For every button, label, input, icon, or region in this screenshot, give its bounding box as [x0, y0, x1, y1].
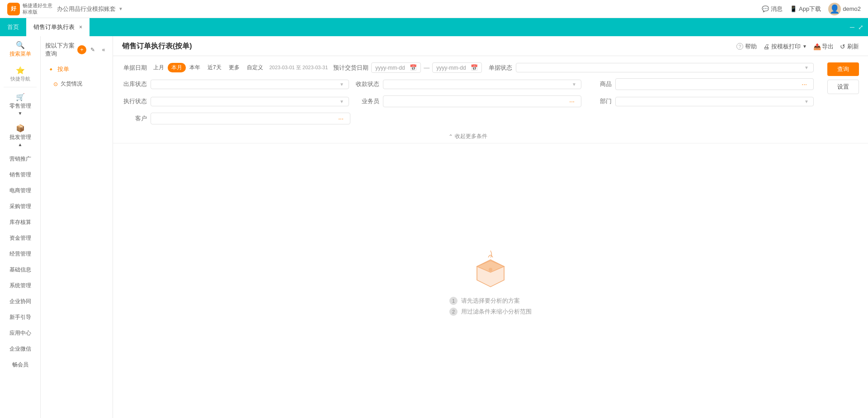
left-panel: 按以下方案查询 + ✎ « 🔸 按单 ⊙ 欠货情况: [41, 36, 113, 418]
message-button[interactable]: 💬 消息: [762, 5, 783, 13]
calendar-end-icon: 📅: [471, 64, 478, 71]
retail-icon: 🛒: [16, 93, 25, 101]
customer-dots-icon[interactable]: ···: [336, 115, 345, 122]
status-arrow-icon: ▼: [804, 65, 809, 70]
goods-col: 商品 ···: [587, 78, 814, 90]
goods-dots-icon[interactable]: ···: [800, 81, 809, 88]
export-button[interactable]: 📤 导出: [813, 43, 834, 51]
department-select[interactable]: ▼: [615, 97, 814, 106]
payment-status-select[interactable]: ▼: [383, 80, 581, 89]
tab-actions: ─ ⤢: [845, 18, 868, 36]
date-tab-this-month[interactable]: 本月: [168, 63, 186, 72]
exec-status-col: 执行状态 ▼: [122, 97, 349, 106]
sub-item-owe-goods[interactable]: ⊙ 欠货情况: [41, 77, 113, 91]
date-label: 单据日期: [122, 64, 147, 72]
expected-date-start[interactable]: yyyy-mm-dd 📅: [371, 62, 421, 73]
status-select[interactable]: ▼: [516, 63, 814, 72]
left-panel-header: 按以下方案查询 + ✎ «: [41, 36, 113, 62]
scheme-item-press[interactable]: 🔸 按单: [41, 62, 113, 77]
customer-select[interactable]: ···: [151, 113, 350, 124]
page-actions: ? 帮助 🖨 按模板打印 ▼ 📤 导出 ↺ 刷新: [736, 43, 859, 51]
tab-bar: 首页 销售订单执行表 × ─ ⤢: [0, 18, 868, 36]
empty-state: 1 请先选择要分析的方案 2 用过滤条件来缩小分析范围: [113, 143, 868, 418]
collapse-button[interactable]: ⌃ 收起更多条件: [122, 130, 814, 143]
user-menu-button[interactable]: 👤 demo2: [828, 3, 861, 15]
date-tab-custom[interactable]: 自定义: [243, 63, 267, 72]
top-bar-right: 💬 消息 📱 App下载 👤 demo2: [762, 3, 861, 15]
settings-button[interactable]: 设置: [827, 80, 859, 94]
tip-1-num: 1: [449, 297, 458, 305]
delivery-status-col: 出库状态 ▼: [122, 80, 349, 89]
sidebar: 🔍 搜索菜单 ⭐ 快捷导航 🛒 零售管理 ▼ 📦 批发管理 ▲ 营销推广 销售管…: [0, 36, 41, 418]
query-button[interactable]: 查询: [827, 62, 859, 76]
sidebar-item-enterprise[interactable]: 企业协同: [0, 293, 40, 309]
exec-status-label: 执行状态: [122, 97, 147, 105]
salesperson-dots-icon[interactable]: ···: [567, 98, 576, 105]
filter-row-4: 客户 ···: [122, 113, 814, 124]
collapse-panel-button[interactable]: «: [99, 45, 108, 54]
search-icon: 🔍: [16, 41, 25, 49]
sidebar-item-finance[interactable]: 资金管理: [0, 230, 40, 246]
sidebar-item-purchase[interactable]: 采购管理: [0, 198, 40, 214]
empty-tip-1: 1 请先选择要分析的方案: [449, 297, 532, 305]
top-bar: 好 畅捷通好生意 标准版 办公用品行业模拟账套 ▼ 💬 消息 📱 App下载 👤…: [0, 0, 868, 18]
sidebar-search[interactable]: 🔍 搜索菜单: [0, 36, 40, 62]
app-download-button[interactable]: 📱 App下载: [790, 5, 821, 13]
sidebar-item-retail[interactable]: 🛒 零售管理 ▼: [0, 88, 40, 119]
retail-arrow: ▼: [18, 111, 23, 116]
breadcrumb-dropdown-icon[interactable]: ▼: [118, 6, 123, 11]
breadcrumb[interactable]: 办公用品行业模拟账套 ▼: [57, 5, 123, 13]
sidebar-quick-nav[interactable]: ⭐ 快捷导航: [0, 62, 40, 86]
sidebar-item-basic[interactable]: 基础信息: [0, 261, 40, 277]
tab-maximize-icon[interactable]: ⤢: [858, 24, 863, 31]
tab-close-icon[interactable]: ×: [79, 24, 82, 30]
delivery-status-select[interactable]: ▼: [151, 80, 349, 89]
date-tab-last-month[interactable]: 上月: [150, 63, 168, 72]
sidebar-item-marketing[interactable]: 营销推广: [0, 151, 40, 166]
empty-tip-2: 2 用过滤条件来缩小分析范围: [449, 308, 532, 316]
filter-and-buttons: 单据日期 上月 本月 本年 近7天 更多 自定义 2023-03-01 至 20…: [113, 56, 868, 143]
wholesale-arrow: ▲: [18, 142, 23, 147]
date-tab-last-7[interactable]: 近7天: [204, 63, 225, 72]
empty-illustration: [468, 246, 513, 291]
goods-select[interactable]: ···: [615, 78, 814, 90]
date-tabs: 上月 本月 本年 近7天 更多 自定义: [150, 63, 267, 72]
payment-status-label: 收款状态: [354, 80, 379, 88]
date-tab-more[interactable]: 更多: [225, 63, 243, 72]
download-icon: 📱: [790, 5, 797, 12]
sidebar-item-ecommerce[interactable]: 电商管理: [0, 182, 40, 198]
page-title: 销售订单执行表(按单): [122, 42, 192, 51]
delivery-status-label: 出库状态: [122, 80, 147, 88]
exec-status-select[interactable]: ▼: [151, 97, 349, 106]
sidebar-item-newuser[interactable]: 新手引导: [0, 309, 40, 325]
collapse-up-icon: ⌃: [448, 133, 453, 140]
print-button[interactable]: 🖨 按模板打印 ▼: [763, 43, 807, 51]
sidebar-item-operations[interactable]: 经营管理: [0, 246, 40, 261]
salesperson-select[interactable]: ···: [383, 95, 581, 107]
sidebar-item-wholesale[interactable]: 📦 批发管理 ▲: [0, 119, 40, 151]
sidebar-item-sales[interactable]: 销售管理: [0, 166, 40, 182]
expected-date-end[interactable]: yyyy-mm-dd 📅: [432, 62, 482, 73]
customer-col: 客户 ···: [122, 113, 350, 124]
refresh-button[interactable]: ↺ 刷新: [840, 43, 859, 51]
tab-minimize-icon[interactable]: ─: [850, 24, 854, 31]
status-filter-group: 单据状态 ▼: [487, 63, 814, 72]
date-tab-this-year[interactable]: 本年: [186, 63, 204, 72]
tab-sales-order[interactable]: 销售订单执行表 ×: [26, 18, 90, 36]
customer-label: 客户: [122, 114, 147, 123]
add-scheme-button[interactable]: +: [77, 45, 86, 54]
sidebar-item-member[interactable]: 畅会员: [0, 356, 40, 372]
tab-home[interactable]: 首页: [0, 18, 26, 36]
sidebar-item-system[interactable]: 系统管理: [0, 277, 40, 293]
help-button[interactable]: ? 帮助: [736, 43, 757, 51]
scheme-icon-press: 🔸: [47, 66, 55, 73]
delivery-arrow-icon: ▼: [340, 82, 344, 87]
query-buttons-panel: 查询 设置: [823, 56, 868, 143]
sidebar-item-inventory[interactable]: 库存核算: [0, 214, 40, 230]
edit-scheme-button[interactable]: ✎: [88, 45, 97, 54]
sidebar-item-wechat[interactable]: 企业微信: [0, 341, 40, 356]
logo-area: 好 畅捷通好生意 标准版: [7, 3, 52, 15]
exec-arrow-icon: ▼: [340, 99, 344, 104]
print-dropdown-icon[interactable]: ▼: [802, 44, 807, 49]
sidebar-item-appstore[interactable]: 应用中心: [0, 325, 40, 341]
